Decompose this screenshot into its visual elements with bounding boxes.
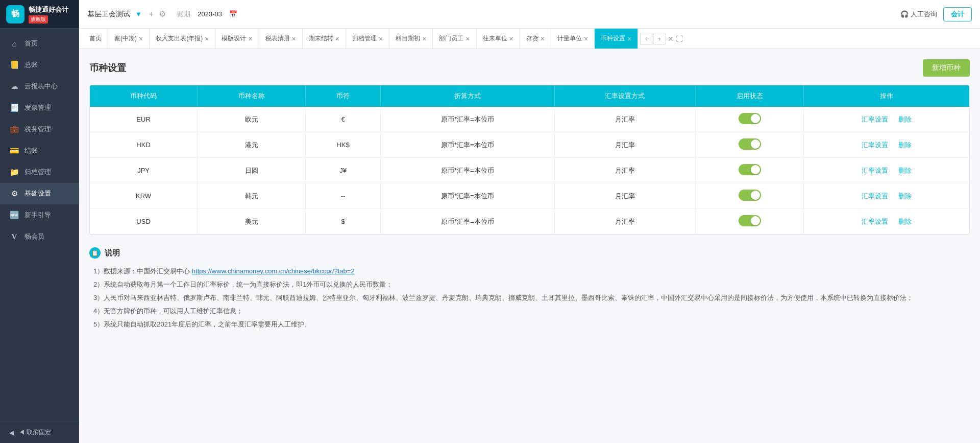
cell-calc-1: 原币*汇率=本位币 bbox=[381, 132, 555, 158]
rate-settings-btn-EUR[interactable]: 汇率设置 bbox=[862, 115, 888, 123]
logo-badge: 旗舰版 bbox=[29, 15, 48, 24]
rate-settings-btn-JPY[interactable]: 汇率设置 bbox=[862, 167, 888, 174]
tab-label-currency: 币种设置 bbox=[601, 34, 625, 43]
toggle-EUR[interactable] bbox=[739, 113, 761, 124]
delete-btn-USD[interactable]: 删除 bbox=[898, 218, 912, 225]
tab-close-income[interactable]: × bbox=[205, 35, 209, 43]
cell-name-1: 港元 bbox=[198, 132, 306, 158]
rate-settings-btn-KRW[interactable]: 汇率设置 bbox=[862, 192, 888, 200]
table-row: USD 美元 $ 原币*汇率=本位币 月汇率 汇率设置 删除 bbox=[90, 209, 969, 235]
sidebar-label-ledger: 总账 bbox=[24, 60, 38, 69]
tab-close-template[interactable]: × bbox=[248, 35, 252, 43]
cell-status-4[interactable] bbox=[696, 209, 804, 235]
sidebar-item-member[interactable]: V 畅会员 bbox=[0, 226, 79, 247]
cell-symbol-2: J¥ bbox=[305, 158, 380, 183]
new-currency-btn[interactable]: 新增币种 bbox=[923, 59, 970, 77]
tab-subject[interactable]: 科目期初 × bbox=[389, 29, 433, 49]
cell-status-1[interactable] bbox=[696, 132, 804, 158]
tab-label-subject: 科目期初 bbox=[396, 34, 420, 43]
ledger-icon: 📒 bbox=[9, 60, 19, 70]
sidebar-item-reports[interactable]: ☁ 云报表中心 bbox=[0, 76, 79, 97]
calendar-icon[interactable]: 📅 bbox=[229, 10, 237, 18]
tab-close-period-end[interactable]: × bbox=[335, 35, 339, 43]
tab-close-subject[interactable]: × bbox=[422, 35, 426, 43]
notice-item: 4）无官方牌价的币种，可以用人工维护汇率信息； bbox=[93, 305, 970, 318]
add-company-icon[interactable]: + bbox=[149, 10, 154, 19]
sidebar-item-invoice[interactable]: 🧾 发票管理 bbox=[0, 97, 79, 119]
tab-close-archive[interactable]: × bbox=[379, 35, 383, 43]
sidebar-item-settle[interactable]: 💳 结账 bbox=[0, 140, 79, 161]
settings-icon[interactable]: ⚙ bbox=[159, 9, 166, 19]
tab-tax[interactable]: 税表清册 × bbox=[259, 29, 303, 49]
toggle-HKD[interactable] bbox=[739, 138, 761, 150]
notice-item: 1）数据来源：中国外汇交易中心 https://www.chinamoney.c… bbox=[93, 265, 970, 278]
tab-close-inventory[interactable]: × bbox=[541, 35, 545, 43]
sidebar-collapse-btn[interactable]: ◀ ◀ 取消固定 bbox=[0, 422, 79, 443]
toggle-KRW[interactable] bbox=[739, 190, 761, 201]
tab-inventory[interactable]: 存货 × bbox=[520, 29, 551, 49]
sidebar-item-basic[interactable]: ⚙ 基础设置 bbox=[0, 183, 79, 204]
tab-label-unit: 计量单位 bbox=[557, 34, 582, 43]
cell-status-2[interactable] bbox=[696, 158, 804, 183]
cell-action-1: 汇率设置 删除 bbox=[804, 132, 969, 158]
company-dropdown-icon[interactable]: ▼ bbox=[135, 10, 142, 18]
delete-btn-JPY[interactable]: 删除 bbox=[898, 167, 912, 174]
toggle-knob-HKD bbox=[751, 139, 760, 149]
sidebar-item-home[interactable]: ⌂ 首页 bbox=[0, 33, 79, 54]
tab-currency[interactable]: 币种设置 × bbox=[595, 29, 638, 49]
tab-template[interactable]: 模版设计 × bbox=[215, 29, 259, 49]
help-btn[interactable]: 🎧 人工咨询 bbox=[900, 10, 937, 19]
tab-period[interactable]: 账(中期) × bbox=[108, 29, 150, 49]
cell-status-3[interactable] bbox=[696, 183, 804, 209]
delete-btn-KRW[interactable]: 删除 bbox=[898, 192, 912, 200]
tab-partner[interactable]: 往来单位 × bbox=[477, 29, 520, 49]
basic-icon: ⚙ bbox=[9, 189, 19, 199]
sidebar-item-archive[interactable]: 📁 归档管理 bbox=[0, 161, 79, 183]
cell-code-3: KRW bbox=[90, 183, 198, 209]
tab-close-tax[interactable]: × bbox=[292, 35, 296, 43]
sidebar-label-invoice: 发票管理 bbox=[24, 103, 51, 112]
tab-next-btn[interactable]: › bbox=[653, 33, 666, 45]
toggle-USD[interactable] bbox=[739, 215, 761, 226]
tab-unit[interactable]: 计量单位 × bbox=[551, 29, 595, 49]
currency-table-container: 币种代码 币种名称 币符 折算方式 汇率设置方式 启用状态 操作 EUR 欧元 … bbox=[89, 85, 970, 235]
tab-period-end[interactable]: 期末结转 × bbox=[303, 29, 346, 49]
tab-label-tax: 税表清册 bbox=[265, 34, 290, 43]
cell-action-0: 汇率设置 删除 bbox=[804, 107, 969, 132]
sidebar-item-tax[interactable]: 💼 税务管理 bbox=[0, 119, 79, 140]
page-title: 币种设置 bbox=[89, 62, 126, 74]
toggle-JPY[interactable] bbox=[739, 164, 761, 175]
sidebar-logo: 畅 畅捷通好会计 旗舰版 bbox=[0, 0, 79, 29]
tab-close-department[interactable]: × bbox=[465, 35, 470, 43]
tab-home[interactable]: 首页 bbox=[83, 29, 108, 49]
tab-prev-btn[interactable]: ‹ bbox=[640, 33, 652, 45]
table-row: EUR 欧元 € 原币*汇率=本位币 月汇率 汇率设置 删除 bbox=[90, 107, 969, 132]
tab-income[interactable]: 收入支出表(年报) × bbox=[150, 29, 215, 49]
tab-department[interactable]: 部门员工 × bbox=[433, 29, 476, 49]
delete-btn-HKD[interactable]: 删除 bbox=[898, 141, 912, 149]
tab-close-unit[interactable]: × bbox=[584, 35, 588, 43]
tab-close-period[interactable]: × bbox=[139, 35, 143, 43]
topbar-left: 基层工会测试 ▼ + ⚙ 账期 2023-03 📅 bbox=[87, 9, 237, 19]
company-name: 基层工会测试 bbox=[87, 10, 130, 19]
sidebar-nav: ⌂ 首页 📒 总账 ☁ 云报表中心 🧾 发票管理 💼 税务管理 💳 结账 📁 归… bbox=[0, 29, 79, 422]
cell-status-0[interactable] bbox=[696, 107, 804, 132]
sidebar-item-ledger[interactable]: 📒 总账 bbox=[0, 54, 79, 76]
guide-icon: 🆕 bbox=[9, 210, 19, 220]
th-action: 操作 bbox=[804, 85, 969, 107]
rate-settings-btn-HKD[interactable]: 汇率设置 bbox=[862, 141, 888, 149]
tab-archive[interactable]: 归档管理 × bbox=[346, 29, 389, 49]
user-role-btn[interactable]: 会计 bbox=[943, 7, 972, 21]
rate-settings-btn-USD[interactable]: 汇率设置 bbox=[862, 218, 888, 225]
sidebar-label-home: 首页 bbox=[24, 39, 38, 48]
delete-btn-EUR[interactable]: 删除 bbox=[898, 115, 912, 123]
toggle-knob-KRW bbox=[751, 191, 760, 200]
tab-close-all-btn[interactable]: ✕ bbox=[668, 35, 674, 43]
fullscreen-btn[interactable]: ⛶ bbox=[676, 35, 683, 43]
tab-close-partner[interactable]: × bbox=[509, 35, 513, 43]
logo-icon: 畅 bbox=[6, 5, 24, 24]
sidebar-item-guide[interactable]: 🆕 新手引导 bbox=[0, 204, 79, 226]
tab-close-currency[interactable]: × bbox=[627, 35, 631, 43]
logo-text: 畅捷通好会计 旗舰版 bbox=[29, 5, 68, 24]
notice-link[interactable]: https://www.chinamoney.com.cn/chinese/bk… bbox=[192, 267, 355, 275]
